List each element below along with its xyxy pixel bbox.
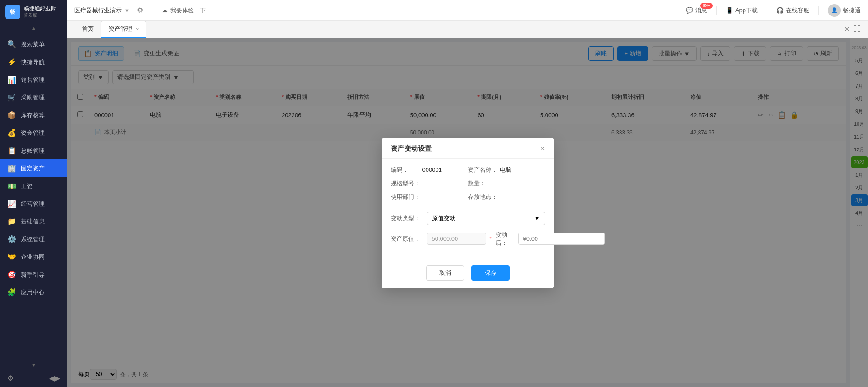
app-logo-icon: 畅: [5, 5, 20, 19]
settings-bottom-icon[interactable]: ⚙: [7, 374, 14, 382]
sidebar-bottom: ⚙ ◀▶: [0, 369, 67, 387]
change-type-select[interactable]: 原值变动 ▼: [427, 212, 545, 225]
inventory-icon: 📦: [7, 111, 16, 119]
sidebar-item-nav[interactable]: ⚡ 快捷导航: [0, 53, 67, 71]
sidebar-item-label: 总账管理: [21, 147, 45, 155]
sidebar-item-guide[interactable]: 🎯 新手引导: [0, 266, 67, 283]
sidebar-item-label: 应用中心: [21, 288, 45, 297]
experience-icon: ☁: [162, 7, 168, 14]
modal-row-spec-qty: 规格型号： 数量：: [391, 179, 545, 188]
sidebar-item-label: 库存核算: [21, 111, 45, 119]
modal-original-label: 资产原值：: [391, 235, 427, 243]
experience-label: 我要体验一下: [170, 6, 206, 15]
user-item[interactable]: 👤 畅捷通: [828, 4, 861, 17]
search-icon: 🔍: [7, 40, 16, 49]
tab-close-icon[interactable]: ×: [136, 26, 139, 32]
sidebar-item-sales[interactable]: 📊 销售管理: [0, 71, 67, 89]
modal-footer: 取消 保存: [382, 260, 554, 288]
modal-body: 编码： 000001 资产名称： 电脑 规格型号： 数量： 使用部门: [382, 159, 554, 260]
collapse-icon[interactable]: ◀▶: [49, 374, 60, 382]
modal-after-input[interactable]: [518, 233, 605, 245]
cancel-button[interactable]: 取消: [426, 265, 464, 281]
content-area: 📋 资产明细 📄 变更生成凭证 刷账 + 新增 批量操作: [67, 38, 868, 387]
notification-item[interactable]: 💬 消息 99+: [686, 6, 707, 15]
modal-name-label: 资产名称：: [468, 166, 500, 174]
sidebar-item-label: 采购管理: [21, 94, 45, 102]
nav-icon: ⚡: [7, 58, 16, 66]
avatar: 👤: [828, 4, 841, 17]
notification-icon: 💬: [686, 7, 693, 14]
modal-code-value: 000001: [422, 166, 468, 173]
sidebar-item-capital[interactable]: 💰 资金管理: [0, 124, 67, 142]
company-dropdown-icon: ▼: [124, 8, 129, 13]
modal-original-value-input: [427, 233, 486, 245]
sidebar-item-label: 企业协同: [21, 253, 45, 261]
basic-icon: 📁: [7, 217, 16, 226]
sidebar-item-ops[interactable]: 📈 经营管理: [0, 195, 67, 213]
modal-close-icon[interactable]: ×: [540, 144, 545, 154]
topbar-settings-icon[interactable]: ⚙: [137, 6, 143, 15]
app-name: 畅捷通好业财: [24, 5, 56, 13]
apps-icon: 🧩: [7, 288, 16, 297]
modal-qty-label: 数量：: [468, 179, 500, 188]
sidebar-item-payroll[interactable]: 💵 工资: [0, 177, 67, 195]
user-name: 畅捷通: [843, 6, 861, 15]
modal-spec-label: 规格型号：: [391, 179, 422, 188]
sidebar-item-search[interactable]: 🔍 搜索菜单: [0, 35, 67, 53]
modal-name-value: 电脑: [500, 166, 545, 174]
company-selector[interactable]: 医疗器械行业演示 ▼: [74, 6, 129, 15]
experience-link[interactable]: ☁ 我要体验一下: [162, 6, 206, 15]
sidebar-item-label: 销售管理: [21, 76, 45, 84]
sidebar-item-label: 系统管理: [21, 235, 45, 243]
sidebar-scroll-down[interactable]: ▼: [0, 361, 67, 369]
guide-icon: 🎯: [7, 270, 16, 279]
system-icon: ⚙️: [7, 235, 16, 243]
window-controls: ✕ ⛶: [844, 25, 861, 34]
modal-title: 资产变动设置: [391, 144, 432, 153]
topbar-divider2: [716, 6, 717, 15]
sidebar-scroll-up[interactable]: ▲: [0, 24, 67, 32]
company-name: 医疗器械行业演示: [74, 6, 122, 15]
service-item[interactable]: 🎧 在线客服: [776, 6, 809, 15]
close-window-icon[interactable]: ✕: [844, 25, 850, 34]
topbar-right: 💬 消息 99+ 📱 App下载 🎧 在线客服 👤 畅捷通: [686, 4, 861, 17]
modal-change-type-label: 变动类型：: [391, 214, 427, 223]
tab-home[interactable]: 首页: [74, 21, 101, 38]
maximize-window-icon[interactable]: ⛶: [853, 25, 861, 34]
modal-after-label: 变动后：: [496, 231, 518, 247]
sidebar-item-label: 基础信息: [21, 218, 45, 226]
sidebar-item-coop[interactable]: 🤝 企业协同: [0, 248, 67, 266]
tab-asset-management[interactable]: 资产管理 ×: [101, 21, 146, 38]
sidebar-item-label: 经营管理: [21, 200, 45, 208]
modal-location-value: [500, 194, 545, 200]
change-type-dropdown-icon: ▼: [534, 215, 540, 222]
capital-icon: 💰: [7, 129, 16, 137]
modal-code-label: 编码：: [391, 166, 422, 174]
service-label: 在线客服: [786, 6, 809, 15]
sidebar-item-inventory[interactable]: 📦 库存核算: [0, 106, 67, 124]
app-version: 普及版: [24, 12, 56, 19]
sidebar-item-apps[interactable]: 🧩 应用中心: [0, 283, 67, 301]
sidebar-item-ledger[interactable]: 📋 总账管理: [0, 142, 67, 159]
sidebar-item-label: 工资: [21, 182, 33, 190]
sidebar-item-basic[interactable]: 📁 基础信息: [0, 213, 67, 230]
main-area: 医疗器械行业演示 ▼ ⚙ ☁ 我要体验一下 💬 消息 99+ 📱 App下载 🎧…: [67, 0, 868, 387]
app-download-item[interactable]: 📱 App下载: [726, 6, 758, 15]
sidebar-item-system[interactable]: ⚙️ 系统管理: [0, 230, 67, 248]
sidebar-logo: 畅 畅捷通好业财 普及版: [0, 0, 67, 24]
modal-qty-value: [500, 180, 545, 187]
ops-icon: 📈: [7, 199, 16, 208]
app-download-icon: 📱: [726, 7, 733, 14]
notification-badge: 99+: [700, 3, 713, 9]
sidebar-item-fixed[interactable]: 🏢 固定资产: [0, 159, 67, 177]
purchase-icon: 🛒: [7, 93, 16, 102]
sidebar-item-purchase[interactable]: 🛒 采购管理: [0, 89, 67, 106]
sidebar-item-label: 新手引导: [21, 271, 45, 279]
asset-change-modal: 资产变动设置 × 编码： 000001 资产名称： 电脑 规格型号：: [382, 138, 554, 288]
save-button[interactable]: 保存: [471, 265, 510, 281]
modal-row-dept-location: 使用部门： 存放地点：: [391, 193, 545, 201]
modal-required-star: *: [490, 235, 492, 242]
topbar: 医疗器械行业演示 ▼ ⚙ ☁ 我要体验一下 💬 消息 99+ 📱 App下载 🎧…: [67, 0, 868, 21]
coop-icon: 🤝: [7, 253, 16, 261]
sidebar-item-label: 资金管理: [21, 129, 45, 137]
